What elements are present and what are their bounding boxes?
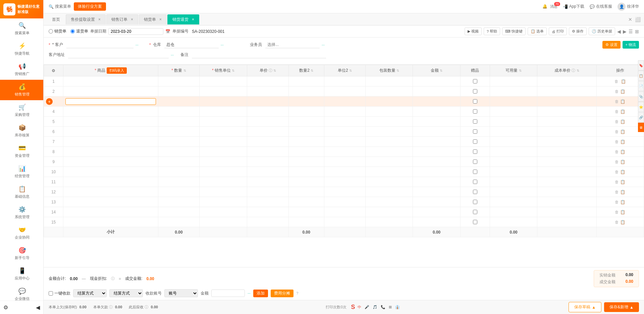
shortcut-btn[interactable]: ⌨ 快捷键 bbox=[502, 27, 526, 35]
row-unit[interactable] bbox=[200, 76, 247, 86]
gift-checkbox-3[interactable] bbox=[473, 99, 477, 104]
history-btn[interactable]: 🕐 历史单据 bbox=[589, 27, 615, 35]
gift-checkbox[interactable] bbox=[473, 170, 477, 174]
experience-btn[interactable]: 体验行业方案 bbox=[74, 2, 106, 11]
account-select[interactable]: 账号 bbox=[164, 289, 198, 297]
col-settings[interactable]: ⚙ bbox=[44, 65, 63, 76]
delete-row-icon[interactable]: 🗑 bbox=[615, 160, 619, 164]
sidebar-item-system[interactable]: ⚙️ 系统管理 bbox=[0, 202, 43, 223]
collapse-icon[interactable]: ◀ bbox=[36, 304, 40, 311]
one-click-pay-checkbox[interactable] bbox=[49, 291, 53, 296]
radio-sales-input[interactable] bbox=[49, 29, 53, 34]
save-draft-btn[interactable]: 保存草稿 ▲ bbox=[569, 302, 601, 312]
sidebar-item-sales[interactable]: 💰 销售管理 bbox=[0, 80, 43, 100]
amount-input[interactable] bbox=[211, 290, 245, 297]
tab-sales-return[interactable]: 销货退货 × bbox=[167, 14, 199, 24]
delete-row-icon[interactable]: 🗑 bbox=[615, 190, 619, 194]
settings-action-btn[interactable]: ⚙ 设置 bbox=[602, 41, 620, 49]
scan-button[interactable]: 扫码录入 bbox=[107, 67, 127, 74]
topbar-search[interactable]: 🔍 搜索菜单 bbox=[49, 4, 71, 9]
tab-close-sales[interactable]: × bbox=[159, 17, 162, 22]
gift-checkbox[interactable] bbox=[473, 190, 477, 194]
delete-row-icon[interactable]: 🗑 bbox=[615, 170, 619, 174]
copy-row-icon[interactable]: 📋 bbox=[620, 149, 625, 154]
gift-checkbox[interactable] bbox=[473, 160, 477, 164]
sidebar-item-guide[interactable]: 🎯 新手引导 bbox=[0, 243, 43, 264]
row-qty2[interactable] bbox=[288, 76, 324, 86]
prev-doc-btn[interactable]: ◀ bbox=[617, 29, 621, 34]
row-price[interactable] bbox=[247, 76, 289, 86]
delete-row-icon[interactable]: 🗑 bbox=[615, 119, 619, 124]
staff-input[interactable] bbox=[265, 41, 320, 48]
row-available[interactable] bbox=[490, 76, 537, 86]
gift-checkbox[interactable] bbox=[473, 149, 477, 154]
copy-row-icon[interactable]: 📋 bbox=[620, 190, 625, 194]
sidebar-item-collab[interactable]: 🤝 企业协同 bbox=[0, 223, 43, 243]
calendar-icon[interactable]: 📅 bbox=[165, 29, 170, 34]
add-row-btn[interactable]: + bbox=[46, 98, 53, 105]
receivable-icon[interactable]: ⓘ bbox=[145, 305, 148, 309]
warehouse-input[interactable] bbox=[164, 41, 219, 48]
operate-btn[interactable]: ⚙ 操作 bbox=[569, 27, 587, 35]
copy-row-icon[interactable]: 📋 bbox=[620, 109, 625, 114]
tab-close-return[interactable]: × bbox=[192, 17, 194, 22]
gift-checkbox[interactable] bbox=[473, 109, 477, 114]
address-select-btn[interactable]: ··· bbox=[171, 53, 174, 57]
right-btn-2[interactable]: 📋 bbox=[638, 71, 644, 81]
row-gift[interactable] bbox=[460, 76, 490, 86]
right-btn-3[interactable]: 📄 bbox=[638, 81, 644, 91]
delete-row-icon[interactable]: 🗑 bbox=[615, 220, 619, 225]
copy-row-icon[interactable]: 📋 bbox=[620, 180, 625, 184]
sidebar-item-purchase[interactable]: 🛒 采购管理 bbox=[0, 100, 43, 121]
row-amount[interactable] bbox=[413, 76, 460, 86]
single-debt-icon[interactable]: ⓘ bbox=[109, 305, 113, 309]
sidebar-item-marketing[interactable]: 📢 营销推广 bbox=[0, 59, 43, 80]
split-cost-btn[interactable]: 费用分摊 bbox=[271, 290, 293, 297]
gift-checkbox[interactable] bbox=[473, 89, 477, 93]
remark-input[interactable] bbox=[192, 51, 326, 58]
gift-checkbox[interactable] bbox=[473, 79, 477, 83]
payment-select-btn[interactable]: ··· bbox=[248, 291, 251, 295]
delete-row-icon[interactable]: 🗑 bbox=[615, 149, 619, 154]
row-pkg-qty[interactable] bbox=[366, 76, 413, 86]
gift-checkbox[interactable] bbox=[473, 129, 477, 134]
tab-home[interactable]: 首页 bbox=[47, 14, 65, 24]
tab-sales-order[interactable]: 销售订单 × bbox=[106, 14, 138, 24]
staff-select-btn[interactable]: ··· bbox=[322, 43, 325, 47]
right-btn-7[interactable]: 🖥 bbox=[638, 123, 644, 132]
copy-row-icon[interactable]: 📋 bbox=[620, 200, 625, 204]
right-btn-4[interactable]: 📎 bbox=[638, 91, 644, 102]
settings-bottom-icon[interactable]: ⚙ bbox=[3, 304, 8, 311]
customer-input[interactable] bbox=[66, 41, 133, 48]
row-unit2[interactable] bbox=[324, 76, 366, 86]
sidebar-item-apps[interactable]: 📱 应用中心 bbox=[0, 264, 43, 284]
add-payment-btn[interactable]: 添加 bbox=[253, 290, 268, 297]
user-profile[interactable]: 👤 徐泽华 bbox=[618, 3, 639, 11]
tab-close-price[interactable]: × bbox=[98, 17, 101, 22]
copy-row-icon[interactable]: 📋 bbox=[620, 170, 625, 174]
tab-sales[interactable]: 销货单 × bbox=[139, 14, 167, 24]
list-view-btn[interactable]: ☰ bbox=[629, 29, 633, 34]
gift-checkbox[interactable] bbox=[473, 119, 477, 124]
copy-row-icon[interactable]: 📋 bbox=[620, 160, 625, 164]
sidebar-item-shortcut[interactable]: ⚡ 快捷导航 bbox=[0, 39, 43, 59]
customer-select-btn[interactable]: ··· bbox=[136, 43, 139, 47]
right-btn-5[interactable]: ⭐ bbox=[638, 102, 644, 112]
radio-sales-doc[interactable]: 销货单 bbox=[49, 28, 66, 34]
video-btn[interactable]: ▶ 视频 bbox=[465, 27, 482, 35]
delete-row-icon[interactable]: 🗑 bbox=[615, 180, 619, 184]
select-btn[interactable]: 📋 选单 bbox=[528, 27, 547, 35]
calc-method-select[interactable]: 结算方式 bbox=[109, 289, 143, 297]
delete-row-icon[interactable]: 🗑 bbox=[615, 109, 619, 114]
copy-row-icon[interactable]: 📋 bbox=[620, 210, 625, 214]
radio-return-doc[interactable]: 退货单 bbox=[70, 28, 88, 34]
print-btn[interactable]: 🖨 打印 bbox=[549, 27, 567, 35]
copy-row-icon[interactable]: 📋 bbox=[620, 119, 625, 124]
sidebar-item-wechat[interactable]: 💬 企业微信 bbox=[0, 284, 43, 301]
gift-checkbox[interactable] bbox=[473, 139, 477, 144]
right-btn-6[interactable]: 🔗 bbox=[638, 112, 644, 122]
copy-row-icon[interactable]: 📋 bbox=[621, 79, 626, 84]
row-qty[interactable] bbox=[158, 76, 200, 86]
sidebar-item-basic[interactable]: 📋 基础信息 bbox=[0, 182, 43, 202]
close-all-tabs[interactable]: ✕ bbox=[628, 17, 632, 22]
